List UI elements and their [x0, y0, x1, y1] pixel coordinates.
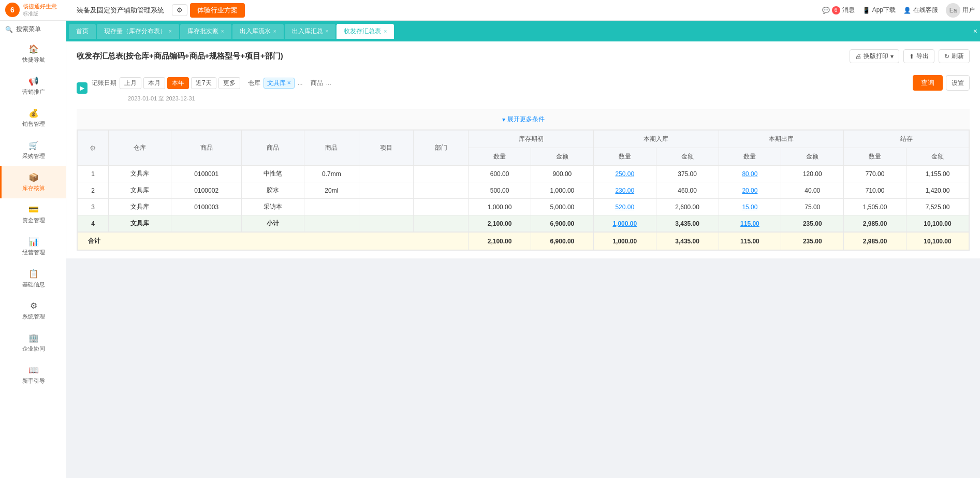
tab-bar: 首页 现存量（库存分布表） × 库存批次账 × 出入库流水 × 出入库汇总 × — [66, 21, 980, 41]
message-badge: 6 — [832, 6, 840, 15]
row-name: 中性笔 — [242, 166, 304, 182]
logo-text: 畅捷通好生意 标准版 — [23, 3, 57, 17]
warehouse-tag[interactable]: 文具库 × — [264, 78, 295, 89]
table-settings-icon[interactable]: ⚙ — [90, 144, 96, 152]
row-in-qty[interactable]: 250.00 — [593, 166, 656, 182]
table-row: 2 文具库 0100002 胶水 20ml 500.00 1,000.00 23… — [78, 182, 969, 199]
row-out-qty[interactable]: 80.00 — [719, 166, 781, 182]
row-out-qty[interactable]: 15.00 — [719, 199, 781, 215]
subtotal-row: 4 文具库 小计 2,100.00 6,900.00 1,000.00 3,43… — [78, 215, 969, 233]
total-in-amt: 3,435.00 — [656, 232, 719, 250]
subtotal-init-amt: 6,900.00 — [531, 215, 594, 233]
gear-button[interactable]: ⚙ — [172, 4, 187, 16]
row-dept — [414, 182, 469, 199]
row-in-qty[interactable]: 230.00 — [593, 182, 656, 199]
app-wrapper: 6 畅捷通好生意 标准版 装备及固定资产辅助管理系统 ⚙ 体验行业方案 💬 6 … — [0, 0, 980, 478]
row-name: 采访本 — [242, 199, 304, 215]
tab-close-icon[interactable]: × — [221, 28, 224, 34]
tab-close-icon[interactable]: × — [384, 28, 387, 34]
sidebar-item-operations[interactable]: 📊 经营管理 — [0, 230, 66, 263]
user-label: 用户 — [962, 6, 975, 15]
tab-inventory-dist[interactable]: 现存量（库存分布表） × — [97, 24, 179, 39]
this-year-btn[interactable]: 本年 — [167, 77, 189, 89]
more-date-btn[interactable]: 更多 — [218, 77, 240, 89]
tab-close-icon[interactable]: × — [326, 28, 329, 34]
sidebar-item-marketing[interactable]: 📢 营销推广 — [0, 70, 66, 102]
row-out-amt: 75.00 — [781, 199, 844, 215]
service-icon: 👤 — [903, 7, 911, 14]
tab-inventory-dist-label: 现存量（库存分布表） — [104, 27, 166, 36]
query-button[interactable]: 查询 — [913, 75, 943, 91]
print-icon: 🖨 — [855, 53, 861, 60]
tab-in-out-flow[interactable]: 出入库流水 × — [232, 24, 284, 39]
user-area[interactable]: Ea 用户 — [946, 3, 975, 18]
row-out-qty[interactable]: 20.00 — [719, 182, 781, 199]
trial-button[interactable]: 体验行业方案 — [190, 3, 245, 18]
tab-in-out-summary[interactable]: 出入库汇总 × — [285, 24, 336, 39]
row-no: 3 — [78, 199, 109, 215]
last-7-days-btn[interactable]: 近7天 — [191, 77, 216, 89]
online-service-button[interactable]: 👤 在线客服 — [903, 6, 938, 15]
sidebar-item-purchase[interactable]: 🛒 采购管理 — [0, 134, 66, 166]
subtotal-empty1 — [171, 215, 242, 233]
sidebar-item-enterprise[interactable]: 🏢 企业协同 — [0, 327, 66, 359]
row-init-amt: 900.00 — [531, 166, 594, 182]
sidebar-item-finance[interactable]: 💳 资金管理 — [0, 198, 66, 230]
subtotal-warehouse: 文具库 — [109, 215, 171, 233]
message-button[interactable]: 💬 6 消息 — [822, 6, 855, 15]
subtotal-empty2 — [304, 215, 359, 233]
product-filter-group: 商品 ... — [311, 79, 331, 88]
tab-stock-summary-label: 收发存汇总表 — [344, 27, 381, 36]
page-title-row: 收发存汇总表(按仓库+商品编码+商品+规格型号+项目+部门) 🖨 换版打印 ▾ … — [77, 49, 970, 63]
sidebar-item-guide[interactable]: 📖 新手引导 — [0, 359, 66, 391]
page-content: 收发存汇总表(按仓库+商品编码+商品+规格型号+项目+部门) 🖨 换版打印 ▾ … — [66, 41, 980, 478]
expand-conditions-button[interactable]: ▾ 展开更多条件 — [500, 112, 547, 126]
warehouse-tag-remove[interactable]: × — [287, 79, 291, 86]
tab-close-icon[interactable]: × — [169, 28, 172, 34]
row-bal-amt: 1,420.00 — [906, 182, 969, 199]
sidebar-item-sales[interactable]: 💰 销售管理 — [0, 102, 66, 134]
sidebar-item-basic-info[interactable]: 📋 基础信息 — [0, 263, 66, 295]
filter-toggle-button[interactable]: ▶ — [77, 82, 87, 94]
col-bal-qty-header: 数量 — [844, 148, 906, 166]
sidebar-item-system[interactable]: ⚙ 系统管理 — [0, 295, 66, 327]
table-row: 3 文具库 0100003 采访本 1,000.00 5,000.00 520.… — [78, 199, 969, 215]
refresh-button[interactable]: ↻ 刷新 — [939, 49, 970, 63]
inventory-icon: 📦 — [28, 172, 39, 182]
online-service-label: 在线客服 — [913, 6, 938, 15]
sidebar-item-quick-nav[interactable]: 🏠 快捷导航 — [0, 38, 66, 70]
col-balance-header: 结存 — [844, 131, 969, 148]
logo-area: 6 畅捷通好生意 标准版 — [5, 3, 71, 17]
tab-stock-summary[interactable]: 收发存汇总表 × — [337, 24, 394, 39]
col-out-stock-header: 本期出库 — [719, 131, 844, 148]
col-out-amt-header: 金额 — [781, 148, 844, 166]
sidebar-item-inventory[interactable]: 📦 库存核算 — [0, 166, 66, 198]
export-button[interactable]: ⬆ 导出 — [903, 49, 934, 63]
last-month-btn[interactable]: 上月 — [120, 77, 141, 89]
tab-close-icon[interactable]: × — [273, 28, 276, 34]
subtotal-no: 4 — [78, 215, 109, 233]
app-download-button[interactable]: 📱 App下载 — [862, 6, 896, 15]
tab-home[interactable]: 首页 — [69, 24, 96, 39]
system-title-area: 装备及固定资产辅助管理系统 ⚙ 体验行业方案 — [71, 3, 245, 18]
this-month-btn[interactable]: 本月 — [143, 77, 165, 89]
tab-batch-ledger[interactable]: 库存批次账 × — [180, 24, 231, 39]
date-filter-label: 记账日期 — [92, 79, 116, 88]
search-menu-item[interactable]: 🔍 搜索菜单 — [0, 21, 66, 38]
row-in-qty[interactable]: 520.00 — [593, 199, 656, 215]
total-label: 合计 — [78, 232, 469, 250]
print-button[interactable]: 🖨 换版打印 ▾ — [850, 49, 899, 63]
subtotal-in-qty[interactable]: 1,000.00 — [593, 215, 656, 233]
row-bal-qty: 710.00 — [844, 182, 906, 199]
product-more[interactable]: ... — [326, 79, 331, 86]
row-code: 0100003 — [171, 199, 242, 215]
warehouse-more[interactable]: ... — [298, 79, 303, 86]
close-all-tabs-button[interactable]: × — [973, 27, 977, 35]
query-actions: 查询 设置 — [913, 75, 970, 91]
settings-button[interactable]: 设置 — [946, 75, 970, 91]
row-in-amt: 2,600.00 — [656, 199, 719, 215]
subtotal-label: 小计 — [242, 215, 304, 233]
search-icon: 🔍 — [5, 26, 13, 33]
subtotal-bal-amt: 10,100.00 — [906, 215, 969, 233]
subtotal-out-qty[interactable]: 115.00 — [719, 215, 781, 233]
